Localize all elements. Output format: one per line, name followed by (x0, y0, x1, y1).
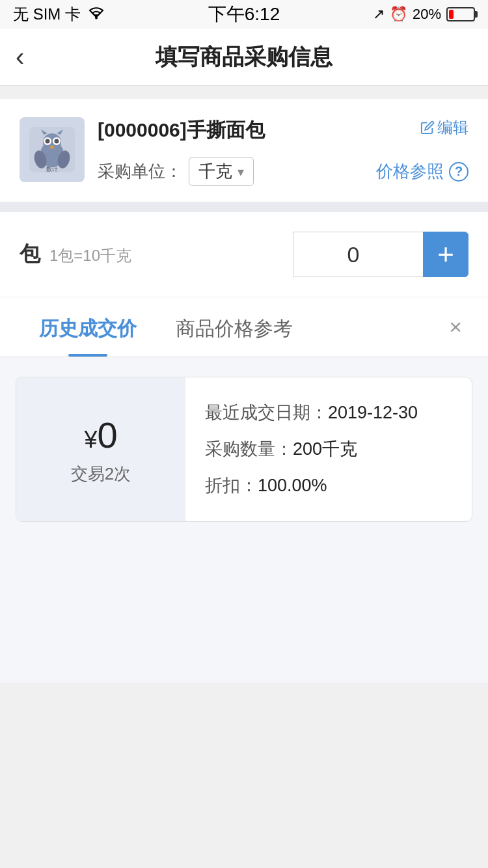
quantity-input[interactable] (293, 232, 423, 277)
product-image: 数计 (20, 117, 85, 182)
svg-point-6 (46, 139, 50, 144)
price-detail-quantity: 采购数量：200千克 (205, 437, 452, 462)
purchase-unit-row: 采购单位： 千克 ▾ 价格参照 ? (98, 157, 468, 186)
svg-point-7 (55, 139, 59, 144)
section-divider (0, 202, 488, 212)
product-full-name: [0000006]手撕面包 (98, 117, 265, 144)
tabs-container: 历史成交价 商品价格参考 × (0, 297, 488, 357)
content-area: ¥0 交易2次 最近成交日期：2019-12-30 采购数量：200千克 折扣：… (0, 357, 488, 683)
nav-bar: ‹ 填写商品采购信息 (0, 29, 488, 86)
svg-text:数计: 数计 (46, 166, 58, 172)
quantity-unit-label: 包 (20, 240, 40, 269)
product-info: [0000006]手撕面包 编辑 采购单位： 千克 ▾ (98, 117, 468, 186)
price-value: 0 (97, 414, 117, 455)
back-button[interactable]: ‹ (16, 42, 24, 72)
unit-selector[interactable]: 千克 ▾ (189, 157, 254, 186)
purchase-unit-label: 采购单位： (98, 160, 182, 183)
price-ref-help-icon: ? (449, 162, 468, 182)
quantity-conversion-label: 1包=10千克 (49, 245, 131, 266)
status-right: ↗ ⏰ 20% (373, 6, 475, 23)
price-left-panel: ¥0 交易2次 (16, 377, 185, 521)
tab-history-price[interactable]: 历史成交价 (20, 297, 156, 357)
wifi-icon (87, 5, 105, 23)
product-header-row: [0000006]手撕面包 编辑 (98, 117, 468, 144)
edit-button[interactable]: 编辑 (420, 117, 468, 138)
quantity-plus-button[interactable]: + (423, 232, 468, 277)
battery-percent: 20% (413, 6, 441, 23)
price-ref-label: 价格参照 (376, 160, 444, 183)
quantity-label-group: 包 1包=10千克 (20, 240, 131, 269)
quantity-input-group: + (293, 232, 468, 277)
product-logo: 数计 (29, 127, 75, 172)
svg-point-0 (95, 17, 98, 20)
page-title: 填写商品采购信息 (156, 42, 332, 72)
discount-label: 折扣： (205, 476, 258, 495)
price-ref-button[interactable]: 价格参照 ? (376, 160, 468, 183)
price-detail-date: 最近成交日期：2019-12-30 (205, 401, 452, 426)
status-bar: 无 SIM 卡 下午6:12 ↗ ⏰ 20% (0, 0, 488, 29)
date-label: 最近成交日期： (205, 403, 328, 422)
quantity-row: 包 1包=10千克 + (0, 212, 488, 297)
price-detail-discount: 折扣：100.00% (205, 474, 452, 498)
unit-value: 千克 (198, 160, 232, 183)
price-right-panel: 最近成交日期：2019-12-30 采购数量：200千克 折扣：100.00% (185, 377, 472, 521)
location-icon: ↗ (373, 6, 385, 23)
carrier-text: 无 SIM 卡 (13, 4, 81, 25)
purchase-qty-label: 采购数量： (205, 439, 293, 459)
purchase-unit-group: 采购单位： 千克 ▾ (98, 157, 254, 186)
unit-chevron-icon: ▾ (237, 164, 244, 180)
edit-icon (420, 120, 435, 135)
battery-icon (446, 7, 475, 21)
edit-label: 编辑 (437, 117, 468, 138)
date-value: 2019-12-30 (328, 403, 418, 422)
discount-value: 100.00% (258, 476, 327, 495)
price-amount: ¥0 (84, 414, 117, 456)
purchase-qty-value: 200千克 (293, 439, 357, 459)
currency-symbol: ¥ (84, 426, 97, 453)
price-card: ¥0 交易2次 最近成交日期：2019-12-30 采购数量：200千克 折扣：… (16, 377, 472, 522)
status-left: 无 SIM 卡 (13, 4, 105, 25)
tab-close-button[interactable]: × (442, 308, 468, 346)
time-display: 下午6:12 (208, 2, 280, 27)
tab-product-price-ref[interactable]: 商品价格参考 (156, 297, 312, 357)
alarm-icon: ⏰ (390, 6, 407, 23)
tabs-group: 历史成交价 商品价格参考 (20, 297, 312, 357)
product-top: 数计 [0000006]手撕面包 编辑 采购单位： 千克 (20, 117, 468, 186)
trade-count: 交易2次 (71, 463, 131, 485)
product-card: 数计 [0000006]手撕面包 编辑 采购单位： 千克 (0, 99, 488, 202)
